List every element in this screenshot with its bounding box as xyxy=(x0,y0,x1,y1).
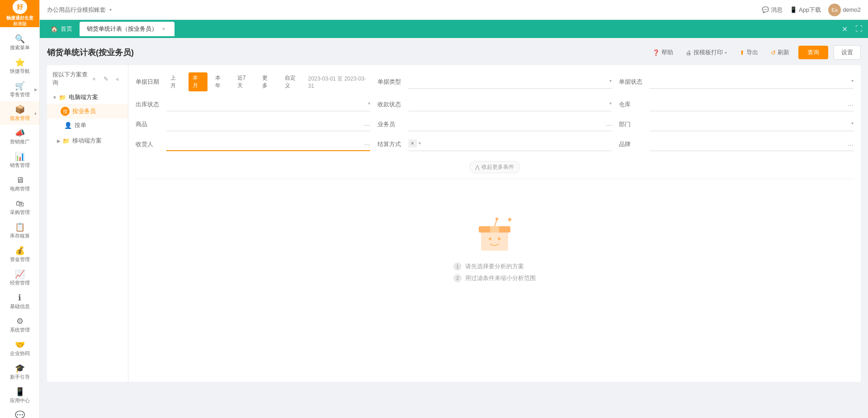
sidebar-item-ecommerce[interactable]: 🖥 电商管理 xyxy=(0,172,39,195)
sidebar-item-appstore[interactable]: 📱 应用中心 xyxy=(0,384,39,407)
help-btn[interactable]: ❓ 帮助 xyxy=(649,47,677,58)
date-filter: 上月 本月 本年 近7天 更多 自定义 2023-03-01 至 2023-03… xyxy=(166,72,370,91)
brand-dots[interactable]: ... xyxy=(848,139,854,147)
help-label: 帮助 xyxy=(661,48,673,57)
tab-active[interactable]: 销货单统计表（按业务员） × xyxy=(80,22,175,36)
collapse-conditions-btn[interactable]: ⋀ 收起更多条件 xyxy=(469,161,520,173)
date-custom-btn[interactable]: 自定义 xyxy=(281,72,305,91)
sidebar-item-finance[interactable]: 💰 资金管理 xyxy=(0,242,39,266)
page-actions: ❓ 帮助 🖨 按模板打印 ▾ ⬆ 导出 ↺ 刷新 查询 设置 xyxy=(649,45,861,60)
department-label: 部门 xyxy=(619,120,646,128)
enterprise-icon: 🤝 xyxy=(15,340,25,350)
header-breadcrumb: 办公用品行业模拟账套 ▾ xyxy=(47,6,112,14)
goods-label: 商品 xyxy=(136,120,163,128)
scheme-item-salesperson[interactable]: 按 按业务员 xyxy=(47,104,128,119)
sidebar-item-wechat[interactable]: 💬 企业微信 xyxy=(0,407,39,418)
message-icon: 💬 xyxy=(762,6,769,13)
sidebar-item-label: 批发管理 xyxy=(10,115,30,121)
scheme-edit-btn[interactable]: ✎ xyxy=(101,74,111,84)
scheme-collapse-btn[interactable]: « xyxy=(113,74,123,84)
page-header: 销货单统计表(按业务员) ❓ 帮助 🖨 按模板打印 ▾ ⬆ 导出 ↺ 刷新 xyxy=(47,45,861,60)
tab-close-window-btn[interactable]: ✕ xyxy=(839,24,850,34)
message-btn[interactable]: 💬 消息 xyxy=(762,6,783,14)
user-profile-btn[interactable]: Ea demo2 xyxy=(828,4,861,16)
date-more-btn[interactable]: 更多 xyxy=(258,72,277,91)
recipient-input[interactable]: ... xyxy=(166,138,370,151)
scheme-group-pc: ▼ 📁 电脑端方案 按 按业务员 👤 按单 xyxy=(47,90,128,132)
sidebar-item-system[interactable]: ⚙ 系统管理 xyxy=(0,313,39,337)
sidebar-item-label: 采购管理 xyxy=(10,209,30,215)
sidebar-item-inventory[interactable]: 📋 库存核算 xyxy=(0,219,39,242)
payment-select[interactable]: × ▾ xyxy=(408,138,612,151)
date-last7-btn[interactable]: 近7天 xyxy=(233,72,255,91)
goods-input[interactable]: ... xyxy=(166,118,370,131)
sidebar-item-sales[interactable]: 📊 销售管理 xyxy=(0,148,39,172)
doc-type-select[interactable]: ▾ xyxy=(408,75,612,89)
sidebar-item-search[interactable]: 🔍 搜索菜单 xyxy=(0,31,39,54)
svg-rect-0 xyxy=(481,230,508,251)
payment-clear-tag[interactable]: × xyxy=(408,139,417,147)
top-header: 办公用品行业模拟账套 ▾ 💬 消息 📱 App下载 Ea demo2 xyxy=(40,0,868,20)
filter-cell-receive-status: 收款状态 ▾ xyxy=(377,98,612,111)
main-content: 办公用品行业模拟账套 ▾ 💬 消息 📱 App下载 Ea demo2 🏠 首页 xyxy=(40,0,868,418)
brand-input[interactable]: ... xyxy=(650,138,854,151)
salesperson-dots[interactable]: ... xyxy=(606,119,612,128)
scheme-item-label: 按业务员 xyxy=(72,107,96,115)
filter-row-3: 商品 ... 业务员 ... 部门 ▾ xyxy=(136,118,854,131)
sidebar-item-purchase[interactable]: 🛍 采购管理 xyxy=(0,195,39,219)
collapse-icon: « xyxy=(116,76,119,82)
sidebar-item-marketing[interactable]: 📣 营销推广 xyxy=(0,125,39,148)
filter-cell-doc-status: 单据状态 ▾ xyxy=(619,75,854,89)
settings-button[interactable]: 设置 xyxy=(834,45,861,60)
out-status-chevron-icon: ▾ xyxy=(368,101,370,106)
breadcrumb-dropdown-icon[interactable]: ▾ xyxy=(109,7,112,12)
department-select[interactable]: ▾ xyxy=(650,118,854,131)
tab-home[interactable]: 🏠 首页 xyxy=(43,22,80,36)
scheme-group-mobile[interactable]: ▶ 📁 移动端方案 xyxy=(47,134,128,147)
sidebar-nav: 🔍 搜索菜单 ⭐ 快捷导航 🛒 零售管理 ▶ 📦 批发管理 ▲ 📣 营销推广 📊… xyxy=(0,27,39,418)
sidebar-item-label: 搜索菜单 xyxy=(10,45,30,51)
main-panel: 按以下方案查询 + ✎ « ▼ xyxy=(47,65,861,382)
sidebar-item-quick[interactable]: ⭐ 快捷导航 xyxy=(0,54,39,78)
recipient-dots[interactable]: ... xyxy=(364,139,370,147)
export-btn[interactable]: ⬆ 导出 xyxy=(736,47,762,58)
template-print-btn[interactable]: 🖨 按模板打印 ▾ xyxy=(682,47,731,58)
date-this-month-btn[interactable]: 本月 xyxy=(189,72,207,91)
recipient-label: 收货人 xyxy=(136,140,163,148)
salesperson-input[interactable]: ... xyxy=(408,118,612,131)
tab-fullscreen-btn[interactable]: ⛶ xyxy=(854,24,864,34)
basic-icon: ℹ xyxy=(18,293,21,303)
sidebar-item-label: 系统管理 xyxy=(10,327,30,333)
sidebar-item-enterprise[interactable]: 🤝 企业协同 xyxy=(0,337,39,360)
date-label: 单据日期 xyxy=(136,78,163,86)
date-last-month-btn[interactable]: 上月 xyxy=(166,72,185,91)
refresh-btn[interactable]: ↺ 刷新 xyxy=(767,47,793,58)
app-download-btn[interactable]: 📱 App下载 xyxy=(790,6,821,14)
breadcrumb-text: 办公用品行业模拟账套 xyxy=(47,6,106,14)
collapse-label: 收起更多条件 xyxy=(481,163,514,171)
doc-status-chevron-icon: ▾ xyxy=(851,78,854,83)
scheme-add-btn[interactable]: + xyxy=(89,74,99,84)
scheme-sub-item-order[interactable]: 👤 按单 xyxy=(47,119,128,132)
date-this-year-btn[interactable]: 本年 xyxy=(211,72,230,91)
sidebar-item-operations[interactable]: 📈 经营管理 xyxy=(0,266,39,290)
query-button[interactable]: 查询 xyxy=(798,46,828,59)
warehouse-input[interactable]: ... xyxy=(650,98,854,111)
receive-status-select[interactable]: ▾ xyxy=(408,98,612,111)
sidebar-item-wholesale[interactable]: 📦 批发管理 ▲ xyxy=(0,101,39,125)
doc-type-label: 单据类型 xyxy=(377,78,405,86)
tab-close-button[interactable]: × xyxy=(160,25,167,33)
sidebar-item-basic[interactable]: ℹ 基础信息 xyxy=(0,290,39,313)
sidebar-item-newbie[interactable]: 🎓 新手引导 xyxy=(0,360,39,384)
out-status-select[interactable]: ▾ xyxy=(166,98,370,111)
warehouse-dots[interactable]: ... xyxy=(848,100,854,108)
tip-text-2: 用过滤条件来缩小分析范围 xyxy=(465,274,536,282)
doc-status-select[interactable]: ▾ xyxy=(650,75,854,89)
sidebar-item-retail[interactable]: 🛒 零售管理 ▶ xyxy=(0,78,39,101)
scheme-group-pc-header[interactable]: ▼ 📁 电脑端方案 xyxy=(47,90,128,104)
svg-point-4 xyxy=(489,238,491,240)
mobile-group-icon: 📁 xyxy=(62,138,70,144)
filter-row-2: 出库状态 ▾ 收款状态 ▾ 仓库 ... xyxy=(136,98,854,111)
empty-tip-2: 2 用过滤条件来缩小分析范围 xyxy=(453,274,536,282)
goods-dots[interactable]: ... xyxy=(364,119,370,128)
